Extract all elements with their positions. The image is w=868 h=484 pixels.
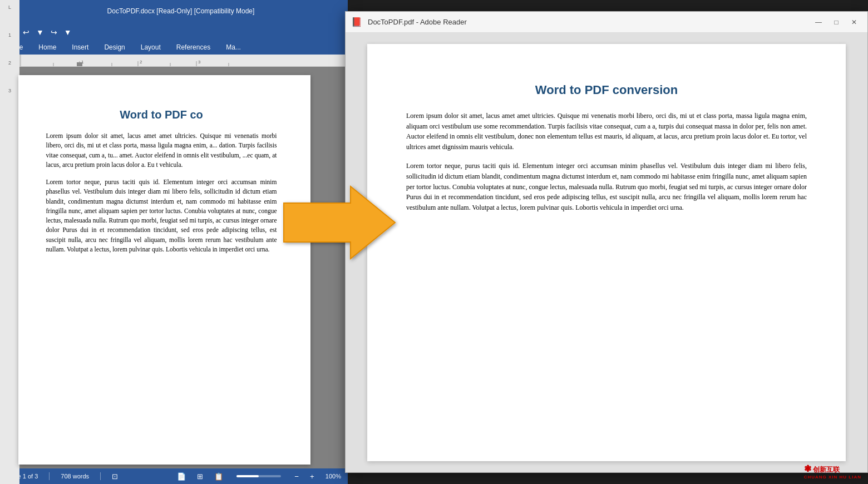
quick-access-more[interactable]: ▼ bbox=[62, 27, 74, 38]
word-doc-title: Word to PDF co bbox=[46, 108, 277, 121]
pdf-doc-body: Lorem ipsum dolor sit amet, lacus amet a… bbox=[406, 111, 807, 213]
undo-button[interactable]: ↩ bbox=[21, 27, 32, 38]
word-ruler: 1 2 3 bbox=[0, 55, 348, 67]
close-button[interactable]: ✕ bbox=[846, 16, 862, 28]
word-para-1: Lorem ipsum dolor sit amet, lacus amet a… bbox=[46, 131, 277, 170]
svg-rect-12 bbox=[77, 62, 82, 67]
pdf-para-2: Lorem tortor neque, purus taciti quis id… bbox=[406, 161, 807, 213]
word-para-2: Lorem tortor neque, purus taciti quis id… bbox=[46, 177, 277, 254]
company-logo: ❃ 创新互联 CHUANG XIN HU LIAN bbox=[804, 463, 861, 480]
word-ribbon: 💾 ↩ ▼ ↪ ▼ File Home Insert Design Layout… bbox=[0, 22, 348, 55]
word-document-area: L 1 2 3 Word to PDF co Lorem ipsum dolor… bbox=[0, 67, 348, 468]
word-count: 708 words bbox=[61, 473, 89, 480]
redo-button[interactable]: ↪ bbox=[48, 27, 60, 38]
pdf-titlebar: 📕 DocToPDF.pdf - Adobe Reader — □ ✕ bbox=[346, 12, 867, 33]
pdf-doc-title: Word to PDF conversion bbox=[406, 83, 807, 97]
word-window: W DocToPDF.docx [Read-Only] [Compatibili… bbox=[0, 0, 348, 484]
zoom-out-button[interactable]: − bbox=[294, 472, 299, 481]
tab-references[interactable]: References bbox=[169, 40, 218, 55]
zoom-in-button[interactable]: + bbox=[310, 472, 314, 481]
tab-mailings[interactable]: Ma... bbox=[218, 40, 249, 55]
pdf-window-title: DocToPDF.pdf - Adobe Reader bbox=[368, 18, 805, 26]
logo-subtitle: CHUANG XIN HU LIAN bbox=[804, 475, 861, 480]
ruler-svg: 1 2 3 bbox=[4, 55, 333, 67]
pdf-page: Word to PDF conversion Lorem ipsum dolor… bbox=[367, 44, 846, 461]
pdf-app-icon: 📕 bbox=[351, 17, 362, 27]
zoom-level: 100% bbox=[326, 473, 341, 480]
status-divider-2 bbox=[100, 472, 101, 480]
pdf-window-controls: — □ ✕ bbox=[811, 16, 862, 28]
view-icon-2[interactable]: ⊞ bbox=[197, 472, 203, 481]
logo-name: 创新互联 bbox=[813, 466, 840, 473]
word-titlebar: W DocToPDF.docx [Read-Only] [Compatibili… bbox=[0, 0, 348, 22]
tab-insert[interactable]: Insert bbox=[64, 40, 96, 55]
ruler-content: 1 2 3 bbox=[4, 55, 343, 66]
svg-text:3: 3 bbox=[198, 60, 201, 65]
view-icon-3[interactable]: 📋 bbox=[214, 472, 223, 481]
logo-icon: ❃ bbox=[804, 464, 811, 473]
word-menu-tabs: File Home Insert Design Layout Reference… bbox=[0, 40, 348, 55]
maximize-button[interactable]: □ bbox=[828, 16, 844, 28]
track-changes-icon: ⊡ bbox=[112, 472, 118, 481]
pdf-content-area: Word to PDF conversion Lorem ipsum dolor… bbox=[346, 33, 867, 472]
svg-text:2: 2 bbox=[140, 60, 142, 65]
tab-design[interactable]: Design bbox=[96, 40, 132, 55]
undo-dropdown[interactable]: ▼ bbox=[34, 27, 46, 38]
quick-access-toolbar: 💾 ↩ ▼ ↪ ▼ bbox=[0, 24, 348, 40]
tab-home[interactable]: Home bbox=[31, 40, 64, 55]
view-icon-1[interactable]: 📄 bbox=[177, 472, 186, 481]
word-title: DocToPDF.docx [Read-Only] [Compatibility… bbox=[19, 7, 342, 15]
minimize-button[interactable]: — bbox=[811, 16, 826, 28]
left-ruler: L 1 2 3 bbox=[0, 67, 19, 468]
word-page: Word to PDF co Lorem ipsum dolor sit ame… bbox=[18, 75, 310, 465]
status-divider-1 bbox=[49, 472, 50, 480]
pdf-para-1: Lorem ipsum dolor sit amet, lacus amet a… bbox=[406, 111, 807, 152]
word-statusbar: Page 1 of 3 708 words ⊡ 📄 ⊞ 📋 − + 100% bbox=[0, 468, 348, 484]
tab-layout[interactable]: Layout bbox=[133, 40, 169, 55]
pdf-window: 📕 DocToPDF.pdf - Adobe Reader — □ ✕ Word… bbox=[345, 11, 868, 473]
word-doc-body: Lorem ipsum dolor sit amet, lacus amet a… bbox=[46, 131, 277, 254]
